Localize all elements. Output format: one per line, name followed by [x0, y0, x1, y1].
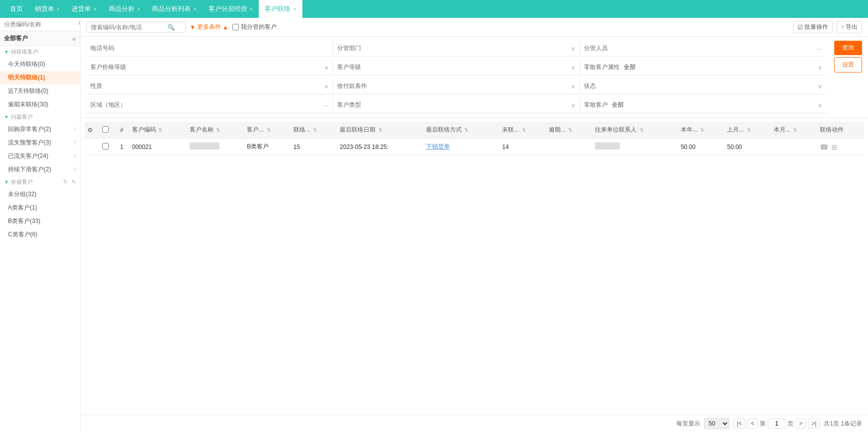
filter-nature[interactable]: 性质 ∨: [86, 78, 333, 94]
export-btn[interactable]: ↑ 导出: [837, 21, 862, 33]
price-level-select[interactable]: ∨: [130, 64, 329, 71]
filter-customer-type[interactable]: 客户类型 ∨: [333, 97, 579, 113]
nav-product-analysis[interactable]: 商品分析 ×: [103, 0, 146, 18]
status-select[interactable]: ∨: [600, 83, 822, 90]
batch-operation-btn[interactable]: ☑ 批量操作: [793, 21, 833, 33]
search-icon[interactable]: 🔍: [167, 24, 175, 31]
th-gear[interactable]: ⚙: [84, 122, 99, 139]
th-last-contact-date[interactable]: 最后联络日期 ⇅: [337, 122, 423, 139]
customer-type-select[interactable]: ∨: [365, 102, 576, 109]
filter-retail-attr[interactable]: 零散客户属性 全部 ∨: [580, 60, 826, 75]
sidebar-all-customers[interactable]: 全部客户 «: [0, 31, 80, 46]
query-button[interactable]: 查询: [834, 41, 862, 55]
th-contact[interactable]: 联络... ⇅: [290, 122, 337, 139]
th-code[interactable]: 客户编码 ⇅: [129, 122, 187, 139]
phone-action-icon[interactable]: ☎: [820, 143, 828, 151]
th-not-contacted[interactable]: 未联... ⇅: [499, 122, 546, 139]
th-this-year[interactable]: 本年... ⇅: [678, 122, 724, 139]
sidebar-item-class-b[interactable]: B类客户(33): [0, 215, 80, 228]
sort-icon: ⇅: [216, 127, 220, 133]
phone-input[interactable]: [118, 45, 329, 52]
close-icon[interactable]: ×: [250, 6, 253, 12]
row-checkbox[interactable]: [102, 143, 109, 149]
sidebar-item-churned[interactable]: 已流失客户(24) ?: [0, 149, 80, 163]
help-icon[interactable]: ?: [73, 167, 76, 173]
th-name[interactable]: 客户名称 ⇅: [187, 122, 244, 139]
sidebar-item-7day-pending[interactable]: 近7天待联络(0): [0, 84, 80, 98]
th-type[interactable]: 客户... ⇅: [244, 122, 290, 139]
nav-home[interactable]: 首页: [4, 0, 29, 18]
th-overdue[interactable]: 逾期... ⇅: [546, 122, 592, 139]
main-search-input[interactable]: [91, 24, 165, 31]
sidebar-item-ungrouped[interactable]: 未分组(32): [0, 188, 80, 201]
sidebar-item-class-a[interactable]: A类客户(1): [0, 201, 80, 215]
first-page-btn[interactable]: |<: [733, 419, 745, 429]
filter-price-level[interactable]: 客户价格等级 ∨: [86, 60, 333, 75]
select-all-checkbox[interactable]: [102, 126, 109, 133]
td-checkbox[interactable]: [99, 139, 114, 155]
nav-customer-contact[interactable]: 客户联络 ×: [259, 0, 302, 18]
close-icon[interactable]: ×: [193, 6, 196, 12]
sidebar-item-repurchase-abnormal[interactable]: 回购异常客户(2) ?: [0, 123, 80, 136]
nav-sales-order[interactable]: 销货单 ×: [29, 0, 66, 18]
sidebar-search-input[interactable]: [4, 21, 78, 28]
td-gear: [84, 139, 99, 155]
sort-icon: ⇅: [793, 127, 797, 133]
next-page-btn[interactable]: >: [796, 419, 806, 429]
filter-payment-terms[interactable]: 收付款条件 ∨: [333, 78, 579, 94]
sidebar-item-overdue-pending[interactable]: 逾期未联络(30): [0, 98, 80, 111]
retail-customer-select[interactable]: 全部 ∨: [612, 101, 822, 109]
th-this-month[interactable]: 本月... ⇅: [771, 122, 817, 139]
help-icon[interactable]: ?: [73, 127, 76, 133]
sidebar-item-declining[interactable]: 持续下滑客户(2) ?: [0, 163, 80, 176]
filter-department[interactable]: 分管部门 ∨: [333, 41, 579, 57]
chevron-up-icon: ▲: [222, 24, 228, 31]
th-last-month[interactable]: 上月... ⇅: [724, 122, 771, 139]
filter-customer-level[interactable]: 客户等级 ∨: [333, 60, 579, 75]
chevron-down-icon: ∨: [571, 102, 576, 109]
close-icon[interactable]: ×: [137, 6, 140, 12]
my-customers-checkbox[interactable]: [232, 24, 239, 30]
close-icon[interactable]: ×: [57, 6, 60, 12]
td-last-month: 50.00: [724, 139, 771, 155]
th-last-contact-method[interactable]: 最后联络方式 ⇅: [423, 122, 499, 139]
payment-terms-select[interactable]: ∨: [371, 83, 576, 90]
sidebar-item-tomorrow-pending[interactable]: 明天待联络(1): [0, 71, 80, 84]
my-customers-checkbox-label[interactable]: 我分管的客户: [232, 23, 277, 31]
last-contact-link[interactable]: 下销货单: [426, 143, 450, 150]
sidebar: 🔍 全部客户 « ▼ 待联络客户 今天待联络(0) 明天待联络(1) 近7天待联…: [0, 18, 80, 432]
filter-more-btn[interactable]: ▼ 更多条件 ▲: [190, 23, 228, 31]
grid-action-icon[interactable]: ⊞: [831, 143, 837, 151]
nav-product-analysis-list[interactable]: 商品分析列表 ×: [146, 0, 202, 18]
nav-customer-tier[interactable]: 客户分层经营 ×: [203, 0, 259, 18]
filter-status[interactable]: 状态 ∨: [580, 78, 826, 94]
th-unit-contact[interactable]: 往来单位联系人 ⇅: [592, 122, 677, 139]
sidebar-item-today-pending[interactable]: 今天待联络(0): [0, 58, 80, 71]
retail-attr-select[interactable]: 全部 ∨: [624, 63, 822, 72]
department-select[interactable]: ∨: [365, 45, 576, 52]
help-icon[interactable]: ?: [73, 140, 76, 146]
per-page-select[interactable]: 50 100 200: [704, 418, 729, 429]
chevron-down-icon: ∨: [571, 64, 576, 71]
prev-page-btn[interactable]: <: [747, 419, 758, 429]
nav-purchase-order[interactable]: 进货单 ×: [66, 0, 102, 18]
td-last-contact-method[interactable]: 下销货单: [423, 139, 499, 155]
page-input[interactable]: [768, 419, 786, 429]
nature-select[interactable]: ∨: [106, 83, 329, 90]
th-checkbox[interactable]: [99, 122, 114, 139]
refresh-icon[interactable]: ↻: [63, 179, 68, 185]
td-overdue: [546, 139, 592, 155]
last-page-btn[interactable]: >|: [808, 419, 820, 429]
sidebar-item-class-c[interactable]: C类客户(6): [0, 228, 80, 241]
edit-icon[interactable]: ✎: [72, 179, 76, 185]
help-icon[interactable]: ?: [73, 153, 76, 159]
filter-retail-customer[interactable]: 零散客户 全部 ∨: [580, 97, 826, 113]
sidebar-item-churn-warning[interactable]: 流失预警客户(3) ?: [0, 136, 80, 149]
dots-icon[interactable]: ···: [323, 101, 329, 109]
customer-level-select[interactable]: ∨: [365, 64, 576, 71]
close-icon[interactable]: ×: [293, 6, 296, 12]
dots-icon[interactable]: ···: [816, 45, 822, 53]
chevron-down-icon: ∨: [324, 64, 329, 71]
close-icon[interactable]: ×: [93, 6, 96, 12]
setting-button[interactable]: 设置: [834, 57, 862, 72]
